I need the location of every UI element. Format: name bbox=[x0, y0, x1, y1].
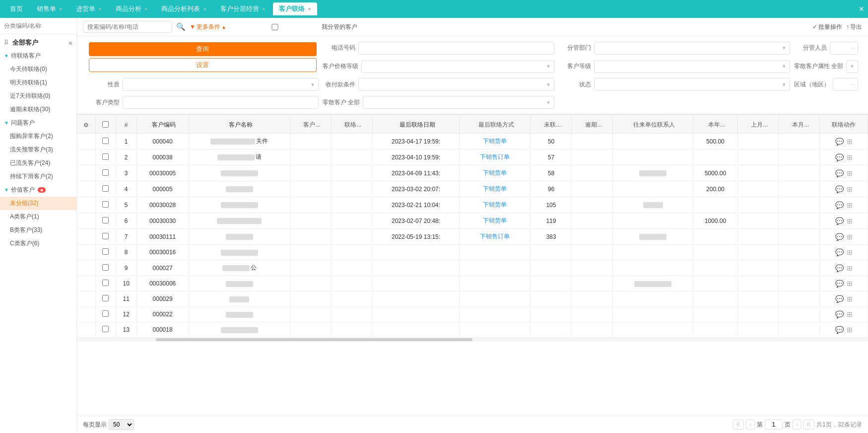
tab-sales[interactable]: 销售单 × bbox=[31, 2, 68, 15]
grid-action-icon[interactable]: ⊞ bbox=[847, 233, 853, 241]
search-button[interactable]: 🔍 bbox=[176, 22, 186, 31]
cell-checkbox[interactable] bbox=[95, 322, 116, 338]
message-action-icon[interactable]: 💬 bbox=[835, 217, 844, 225]
row-checkbox[interactable] bbox=[102, 264, 109, 271]
message-action-icon[interactable]: 💬 bbox=[835, 326, 844, 334]
cell-checkbox[interactable] bbox=[95, 181, 116, 197]
cell-checkbox[interactable] bbox=[95, 260, 116, 276]
contact-method-link[interactable]: 下销货单 bbox=[483, 217, 507, 224]
cell-checkbox[interactable] bbox=[95, 276, 116, 291]
row-checkbox[interactable] bbox=[102, 295, 109, 301]
filter-phone-input[interactable] bbox=[358, 42, 554, 55]
sidebar-item-churned[interactable]: 已流失客户(24) bbox=[0, 156, 76, 170]
last-page-button[interactable]: K bbox=[803, 420, 814, 430]
page-number-input[interactable] bbox=[765, 420, 783, 430]
filter-dept-select[interactable]: ▼ bbox=[594, 42, 790, 55]
grid-action-icon[interactable]: ⊞ bbox=[847, 326, 853, 334]
row-checkbox[interactable] bbox=[102, 201, 109, 208]
first-page-button[interactable]: K bbox=[733, 420, 744, 430]
row-checkbox[interactable] bbox=[102, 138, 109, 144]
grid-action-icon[interactable]: ⊞ bbox=[847, 201, 853, 209]
all-customers-label[interactable]: 全部客户 bbox=[12, 38, 38, 47]
tab-purchase[interactable]: 进货单 × bbox=[70, 2, 107, 15]
col-unit-contact[interactable]: :往来单位联系人 bbox=[613, 117, 693, 134]
sidebar-item-churn-warning[interactable]: 流失预警客户(3) bbox=[0, 143, 76, 156]
message-action-icon[interactable]: 💬 bbox=[835, 295, 844, 303]
contact-method-link[interactable]: 下销货单 bbox=[483, 201, 507, 208]
col-last-month[interactable]: :上月... bbox=[737, 117, 779, 134]
grid-action-icon[interactable]: ⊞ bbox=[847, 169, 853, 177]
tab-customer-segmentation[interactable]: 客户分层经营 × bbox=[214, 2, 271, 15]
row-checkbox[interactable] bbox=[102, 280, 109, 286]
col-uncontacted[interactable]: :未联... bbox=[531, 117, 572, 134]
select-all-checkbox[interactable] bbox=[102, 121, 109, 128]
filter-status-select[interactable]: ▼ bbox=[594, 78, 790, 91]
filter-manager-select[interactable]: ··· bbox=[830, 42, 858, 55]
filter-payment-select[interactable]: ▼ bbox=[358, 78, 554, 91]
sidebar-group-pending-contact[interactable]: ▼ 待联络客户 bbox=[0, 49, 76, 63]
col-this-month[interactable]: :本月... bbox=[779, 117, 820, 134]
row-checkbox[interactable] bbox=[102, 217, 109, 223]
sidebar-item-7days-pending[interactable]: 近7天待联络(0) bbox=[0, 89, 76, 103]
row-checkbox[interactable] bbox=[102, 310, 109, 317]
contact-method-link[interactable]: 下销货单 bbox=[483, 169, 507, 176]
tab-home[interactable]: 首页 bbox=[4, 2, 29, 15]
grid-action-icon[interactable]: ⊞ bbox=[847, 295, 853, 303]
sidebar-collapse-icon[interactable]: « bbox=[68, 39, 72, 47]
cell-checkbox[interactable] bbox=[95, 213, 116, 229]
row-checkbox[interactable] bbox=[102, 233, 109, 239]
sidebar-item-class-c[interactable]: C类客户(6) bbox=[0, 237, 76, 250]
message-action-icon[interactable]: 💬 bbox=[835, 264, 844, 272]
col-overdue[interactable]: :逾期... bbox=[572, 117, 613, 134]
col-code[interactable]: :客户编码 bbox=[136, 117, 189, 134]
sidebar-item-overdue-pending[interactable]: 逾期未联络(30) bbox=[0, 103, 76, 116]
sidebar-item-hoarding-abnormal[interactable]: 囤购异常客户(2) bbox=[0, 130, 76, 143]
message-action-icon[interactable]: 💬 bbox=[835, 138, 844, 145]
sidebar-item-class-a[interactable]: A类客户(1) bbox=[0, 210, 76, 223]
grid-action-icon[interactable]: ⊞ bbox=[847, 138, 853, 145]
sidebar-group-problem-customers[interactable]: ▼ 问题客户 bbox=[0, 116, 76, 130]
message-action-icon[interactable]: 💬 bbox=[835, 248, 844, 256]
horizontal-scrollbar[interactable] bbox=[77, 338, 868, 342]
col-checkbox[interactable] bbox=[95, 117, 116, 134]
per-page-select[interactable]: 50 20 100 bbox=[109, 419, 134, 430]
close-product-analysis-list-tab-icon[interactable]: × bbox=[203, 6, 206, 12]
col-last-contact-method[interactable]: :最后联络方式 bbox=[460, 117, 531, 134]
col-contact[interactable]: :联络... bbox=[331, 117, 372, 134]
filter-retail-attr-select[interactable]: ▼ bbox=[846, 60, 858, 73]
close-customer-seg-tab-icon[interactable]: × bbox=[262, 6, 265, 12]
col-last-contact-date[interactable]: :最后联络日期 bbox=[372, 117, 460, 134]
contact-method-link[interactable]: 下销售订单 bbox=[480, 153, 510, 160]
sidebar-item-declining[interactable]: 持续下滑客户(2) bbox=[0, 170, 76, 183]
message-action-icon[interactable]: 💬 bbox=[835, 169, 844, 177]
filter-price-select[interactable]: ▼ bbox=[361, 60, 554, 73]
cell-checkbox[interactable] bbox=[95, 165, 116, 181]
filter-nature-select[interactable]: ▼ bbox=[123, 78, 319, 91]
message-action-icon[interactable]: 💬 bbox=[835, 185, 844, 193]
cell-checkbox[interactable] bbox=[95, 307, 116, 322]
filter-cust-level-select[interactable]: ▼ bbox=[594, 60, 790, 73]
grid-action-icon[interactable]: ⊞ bbox=[847, 153, 853, 161]
contact-method-link[interactable]: 下销售订单 bbox=[480, 233, 510, 240]
grid-action-icon[interactable]: ⊞ bbox=[847, 280, 853, 288]
message-action-icon[interactable]: 💬 bbox=[835, 310, 844, 318]
contact-method-link[interactable]: 下销货单 bbox=[483, 185, 507, 192]
row-checkbox[interactable] bbox=[102, 248, 109, 255]
prev-page-button[interactable]: ‹ bbox=[746, 420, 755, 430]
search-input[interactable] bbox=[83, 21, 172, 33]
sidebar-search-input[interactable] bbox=[4, 22, 77, 29]
my-customers-check[interactable] bbox=[230, 24, 320, 30]
close-purchase-tab-icon[interactable]: × bbox=[98, 6, 101, 12]
batch-operations-button[interactable]: ✓ 批量操作 bbox=[812, 23, 842, 31]
tab-customer-contact[interactable]: 客户联络 × bbox=[273, 2, 317, 15]
cell-checkbox[interactable] bbox=[95, 149, 116, 165]
grid-action-icon[interactable]: ⊞ bbox=[847, 264, 853, 272]
grid-action-icon[interactable]: ⊞ bbox=[847, 217, 853, 225]
more-conditions-button[interactable]: ▼ 更多条件 ▲ bbox=[190, 23, 226, 31]
scrollbar-thumb[interactable] bbox=[156, 338, 472, 341]
next-page-button[interactable]: › bbox=[793, 420, 801, 430]
sidebar-item-unclassified[interactable]: 未分组(32) bbox=[0, 197, 76, 210]
my-customers-checkbox[interactable]: 我分管的客户 bbox=[230, 23, 357, 31]
cell-checkbox[interactable] bbox=[95, 245, 116, 260]
col-settings[interactable]: ⚙ bbox=[77, 117, 95, 134]
